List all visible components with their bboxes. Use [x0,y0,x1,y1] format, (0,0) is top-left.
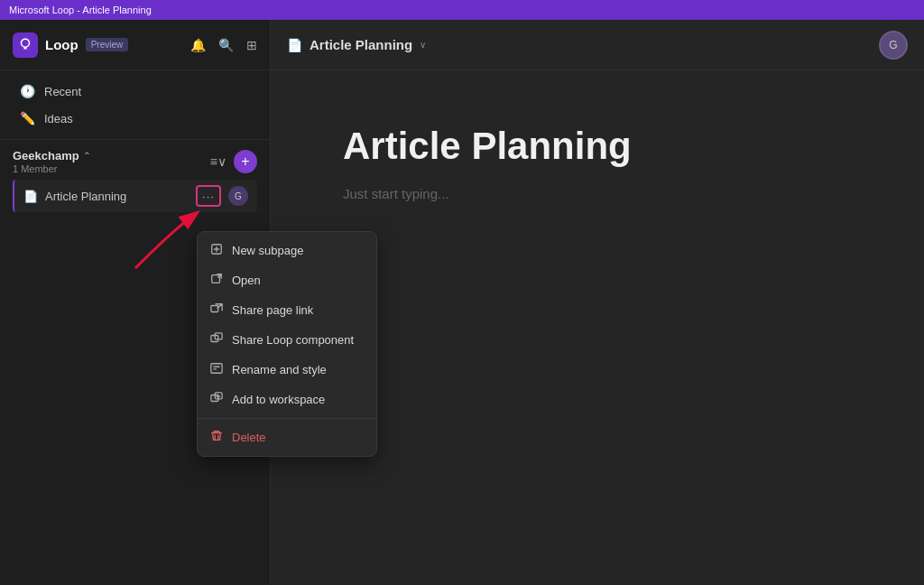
share-link-icon [210,302,223,318]
page-item-article-planning[interactable]: 📄 Article Planning ··· G [13,180,257,212]
search-icon[interactable]: 🔍 [218,38,234,52]
page-item-label: Article Planning [45,190,189,203]
grid-icon[interactable]: ⊞ [246,38,257,52]
preview-badge: Preview [86,38,129,51]
sidebar-item-ideas-label: Ideas [44,112,73,125]
recent-icon: 🕐 [20,84,35,98]
menu-item-delete[interactable]: Delete [198,422,376,452]
new-subpage-icon [210,243,223,258]
menu-item-share-link[interactable]: Share page link [198,295,376,325]
menu-item-rename-label: Rename and style [232,363,327,376]
page-doc-icon: 📄 [23,190,38,203]
sort-icon[interactable]: ≡∨ [210,154,226,169]
workspace-header: Geekchamp ⌃ 1 Member ≡∨ + [13,149,257,174]
menu-item-add-workspace[interactable]: Add to workspace [198,385,376,414]
workspace-section: Geekchamp ⌃ 1 Member ≡∨ + 📄 Article Plan… [0,139,270,218]
open-icon [210,273,223,288]
app-name: Loop [45,37,79,52]
svg-rect-2 [211,306,218,312]
sidebar-item-ideas[interactable]: ✏️ Ideas [5,105,264,132]
topbar-dropdown-icon[interactable]: ∨ [420,40,426,50]
share-loop-icon [210,332,223,348]
menu-item-share-loop-label: Share Loop component [232,333,354,347]
document-placeholder[interactable]: Just start typing... [343,186,852,201]
ideas-icon: ✏️ [20,111,35,125]
menu-item-rename[interactable]: Rename and style [198,355,376,385]
menu-item-open-label: Open [232,274,261,287]
menu-item-add-workspace-label: Add to workspace [232,393,325,406]
document-title[interactable]: Article Planning [343,125,852,168]
topbar-page-title: Article Planning [310,37,412,52]
menu-item-new-subpage[interactable]: New subpage [198,236,376,265]
menu-item-delete-label: Delete [232,431,266,444]
sidebar-item-recent[interactable]: 🕐 Recent [5,78,264,105]
delete-icon [210,430,223,445]
page-more-button[interactable]: ··· [196,185,221,207]
menu-divider [198,418,376,419]
workspace-chevron-icon: ⌃ [83,151,90,161]
menu-item-open[interactable]: Open [198,265,376,295]
topbar-page-icon: 📄 [287,38,302,52]
page-avatar: G [228,186,248,206]
topbar-avatar[interactable]: G [879,31,908,60]
add-workspace-button[interactable]: + [234,150,257,173]
svg-rect-5 [211,364,222,374]
rename-icon [210,362,223,377]
menu-item-share-link-label: Share page link [232,303,313,317]
sidebar-header: Loop Preview 🔔 🔍 ⊞ [0,20,270,70]
content-topbar: 📄 Article Planning ∨ G [271,20,924,70]
pages-list: 📄 Article Planning ··· G [13,180,257,212]
page-title-bar: 📄 Article Planning ∨ [287,37,426,52]
workspace-actions: ≡∨ + [210,150,257,173]
workspace-member-count: 1 Member [13,163,90,174]
context-menu: New subpage Open Share page link Share L… [197,231,377,457]
menu-item-new-subpage-label: New subpage [232,244,304,257]
menu-item-share-loop[interactable]: Share Loop component [198,325,376,355]
sidebar-item-recent-label: Recent [44,85,81,98]
nav-list: 🕐 Recent ✏️ Ideas [0,70,270,139]
workspace-name[interactable]: Geekchamp ⌃ [13,149,90,162]
title-bar-text: Microsoft Loop - Article Planning [9,5,152,15]
title-bar: Microsoft Loop - Article Planning [0,0,924,20]
add-workspace-icon [210,392,223,407]
bell-icon[interactable]: 🔔 [190,38,206,52]
sidebar-header-icons: 🔔 🔍 ⊞ [190,38,257,52]
loop-logo [13,32,38,58]
